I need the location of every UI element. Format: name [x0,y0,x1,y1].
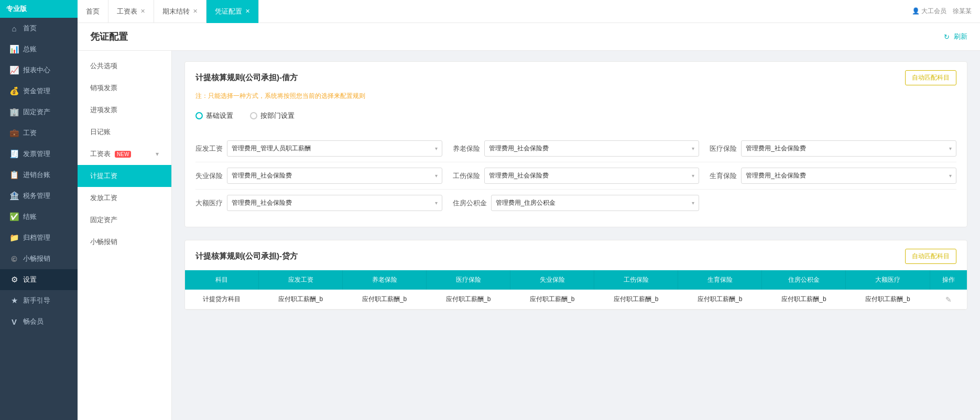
sidebar-item-reports[interactable]: 📈 报表中心 [0,60,78,81]
select-medical[interactable]: 管理费用_社会保险费 ▾ [741,140,956,157]
tab-voucher-config[interactable]: 凭证配置 ✕ [206,0,259,23]
home-icon: ⌂ [9,24,19,33]
left-nav-debit-invoice[interactable]: 进项发票 [78,99,171,121]
sidebar-item-ledger[interactable]: 📊 总账 [0,39,78,60]
label-salary: 应发工资 [195,144,223,153]
user-info: 👤 大工会员 [912,7,946,16]
archive-icon: 📁 [9,233,19,242]
select-housing-arrow: ▾ [692,200,694,206]
capital-icon: 💰 [9,86,19,96]
select-large-medical[interactable]: 管理费用_社会保险费 ▾ [227,195,442,211]
select-salary[interactable]: 管理费用_管理人员职工薪酬 ▾ [227,140,442,157]
edit-icon[interactable]: ✎ [945,295,952,304]
reports-icon: 📈 [9,65,19,75]
label-injury: 工伤保险 [453,171,480,181]
field-unemployment: 失业保险 管理费用_社会保险费 ▾ [195,168,442,184]
select-maternity-value: 管理费用_社会保险费 [746,171,806,180]
sidebar-item-guide[interactable]: ★ 新手引导 [0,290,78,311]
label-unemployment: 失业保险 [195,171,223,181]
debit-form-body: 应发工资 管理费用_管理人员职工薪酬 ▾ 养老保险 管理费用_社会保险费 [185,129,967,227]
settings-icon: ⚙ [9,275,19,284]
sidebar: 专业版 ⌂ 首页 📊 总账 📈 报表中心 💰 资金管理 🏢 固定资产 💼 工资 … [0,0,78,420]
left-nav-xiaochang2[interactable]: 小畅报销 [78,231,171,253]
credit-table: 科目 应发工资 养老保险 医疗保险 失业保险 工伤保险 生育保险 住房公积金 大… [185,270,967,310]
guide-icon: ★ [9,296,19,305]
sidebar-item-tax[interactable]: 🏦 税务管理 [0,185,78,206]
td-action[interactable]: ✎ [930,290,967,310]
th-salary: 应发工资 [259,270,343,290]
sidebar-item-assets[interactable]: 🏢 固定资产 [0,102,78,123]
sidebar-item-vip[interactable]: V 畅会员 [0,311,78,332]
sidebar-item-label: 新手引导 [23,296,50,305]
select-pension[interactable]: 管理费用_社会保险费 ▾ [484,140,700,157]
page-content: 凭证配置 ↻ 刷新 公共选项 销项发票 进项发票 日记账 [78,23,980,420]
left-nav-credit-invoice[interactable]: 销项发票 [78,77,171,99]
debit-auto-match-button[interactable]: 自动匹配科目 [905,70,956,85]
vip-icon: V [9,317,19,326]
sidebar-item-label: 设置 [23,275,37,284]
radio-dept-label: 按部门设置 [260,111,295,120]
field-maternity: 生育保险 管理费用_社会保险费 ▾ [710,168,956,184]
radio-dept-setting[interactable]: 按部门设置 [250,111,295,120]
tab-period-end-close[interactable]: ✕ [193,8,198,14]
label-maternity: 生育保险 [710,171,737,181]
debit-form-row-2: 失业保险 管理费用_社会保险费 ▾ 工伤保险 管理费用_社会保险费 [195,162,956,189]
select-housing[interactable]: 管理费用_住房公积金 ▾ [491,195,700,211]
select-unemployment[interactable]: 管理费用_社会保险费 ▾ [227,168,442,184]
select-pension-value: 管理费用_社会保险费 [489,144,549,153]
sidebar-item-capital[interactable]: 💰 资金管理 [0,81,78,102]
sidebar-item-home[interactable]: ⌂ 首页 [0,18,78,39]
settlement-icon: ✅ [9,212,19,222]
left-nav-salary-table-label: 工资表 [90,149,111,159]
left-nav-pay-salary[interactable]: 发放工资 [78,187,171,209]
sidebar-item-invoice[interactable]: 🧾 发票管理 [0,143,78,164]
left-nav-debit-invoice-label: 进项发票 [90,105,117,115]
sidebar-item-settlement[interactable]: ✅ 结账 [0,206,78,227]
sidebar-item-sales-ledger[interactable]: 📋 进销台账 [0,164,78,185]
select-unemployment-value: 管理费用_社会保险费 [232,171,292,180]
tab-salary-table-close[interactable]: ✕ [140,8,145,14]
select-maternity[interactable]: 管理费用_社会保险费 ▾ [741,168,956,184]
th-medical: 医疗保险 [427,270,510,290]
sidebar-item-archive[interactable]: 📁 归档管理 [0,227,78,248]
select-maternity-arrow: ▾ [949,173,952,179]
sidebar-item-label: 归档管理 [23,233,50,242]
left-nav-fixed-assets[interactable]: 固定资产 [78,209,171,231]
left-nav-accrued-salary[interactable]: 计提工资 [78,165,171,187]
label-medical: 医疗保险 [710,144,737,153]
select-injury-value: 管理费用_社会保险费 [489,171,549,180]
tab-voucher-config-close[interactable]: ✕ [245,8,250,14]
field-salary: 应发工资 管理费用_管理人员职工薪酬 ▾ [195,140,442,157]
tab-home-label: 首页 [86,7,100,16]
chevron-down-icon: ▾ [156,150,159,158]
select-housing-value: 管理费用_住房公积金 [496,198,556,207]
select-pension-arrow: ▾ [692,146,694,151]
tab-period-end[interactable]: 期末结转 ✕ [154,0,206,23]
sidebar-item-label: 总账 [23,45,37,54]
tab-home[interactable]: 首页 [78,0,108,23]
left-nav-journal[interactable]: 日记账 [78,121,171,143]
select-injury[interactable]: 管理费用_社会保险费 ▾ [484,168,700,184]
radio-basic-setting[interactable]: 基础设置 [195,111,233,120]
left-nav-salary-table[interactable]: 工资表 NEW ▾ [78,143,171,165]
select-injury-arrow: ▾ [692,173,694,179]
assets-icon: 🏢 [9,107,19,117]
field-injury: 工伤保险 管理费用_社会保险费 ▾ [453,168,700,184]
tab-salary-table[interactable]: 工资表 ✕ [108,0,154,23]
sidebar-item-label: 畅会员 [23,317,43,326]
th-housing: 住房公积金 [762,270,846,290]
left-nav-public[interactable]: 公共选项 [78,55,171,77]
refresh-button[interactable]: ↻ 刷新 [944,32,967,41]
page-header: 凭证配置 ↻ 刷新 [78,23,980,51]
sidebar-item-salary[interactable]: 💼 工资 [0,123,78,143]
refresh-label: 刷新 [954,32,967,41]
tab-salary-table-label: 工资表 [117,7,137,16]
left-nav-fixed-assets-label: 固定资产 [90,215,117,225]
refresh-icon: ↻ [944,33,950,41]
sidebar-item-label: 固定资产 [23,107,50,117]
sidebar-item-xiaochang[interactable]: © 小畅报销 [0,248,78,269]
sidebar-item-settings[interactable]: ⚙ 设置 [0,269,78,290]
td-medical: 应付职工薪酬_b [427,290,510,310]
credit-auto-match-button[interactable]: 自动匹配科目 [905,249,956,264]
field-pension: 养老保险 管理费用_社会保险费 ▾ [453,140,700,157]
